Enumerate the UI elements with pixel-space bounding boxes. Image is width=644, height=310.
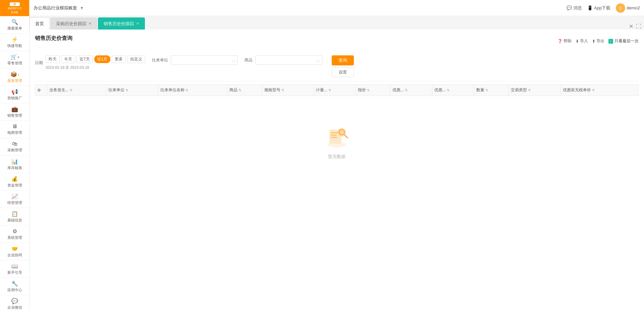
- sidebar-item-14[interactable]: 📖 新手引导: [0, 260, 29, 278]
- col-partner_code[interactable]: 往来单位⇅: [106, 85, 158, 96]
- sidebar-item-0[interactable]: 🔍 搜索菜单: [0, 16, 29, 34]
- partner-input[interactable]: ...: [171, 55, 238, 65]
- sidebar-icon-0: 🔍: [11, 19, 18, 25]
- query-button[interactable]: 查询: [332, 55, 354, 65]
- sidebar-label-6: 电商管理: [7, 130, 22, 135]
- only-last-checkbox[interactable]: 只看最后一次: [608, 38, 639, 44]
- tab-home[interactable]: 首页: [30, 17, 50, 30]
- col-label-trade_type: 交易类型: [511, 88, 527, 92]
- sort-arrow-goods: ⇅: [238, 88, 241, 92]
- sidebar-label-12: 系统管理: [7, 235, 22, 240]
- sidebar-label-11: 基础信息: [7, 218, 22, 223]
- tab-sales-history[interactable]: 销售历史价跟踪 ✕: [98, 17, 145, 30]
- sidebar-icon-6: 🖥: [12, 123, 17, 130]
- sidebar-arrow-3: ▴: [18, 73, 19, 76]
- user-label: demo2: [627, 5, 640, 10]
- tab-sales-label: 销售历史价跟踪: [104, 21, 134, 27]
- sidebar-item-3[interactable]: 📦 ▴ 批发管理: [0, 68, 29, 86]
- user-action[interactable]: D demo2: [616, 3, 640, 13]
- sidebar-item-6[interactable]: 🖥 电商管理: [0, 121, 29, 138]
- table-settings-col[interactable]: ⚙: [35, 85, 47, 96]
- col-partner_name[interactable]: 往来单位名称⇅: [158, 85, 227, 96]
- help-action[interactable]: ❓ 帮助: [557, 38, 572, 44]
- sidebar-item-2[interactable]: 🛒 ▾ 零售管理: [0, 51, 29, 68]
- sidebar-icon-7: 🛍: [12, 141, 17, 147]
- col-discount2[interactable]: 优惠...⇅: [432, 85, 474, 96]
- tab-purchase-history[interactable]: 采购历史价跟踪 ✕: [50, 17, 97, 30]
- date-btn-昨天[interactable]: 昨天: [46, 55, 60, 63]
- date-btn-近7天[interactable]: 近7天: [76, 55, 93, 63]
- sidebar-item-16[interactable]: 💬 企业微信: [0, 295, 29, 310]
- avatar: D: [616, 3, 625, 13]
- sidebar-item-4[interactable]: 📢 营销推广: [0, 86, 29, 103]
- export-action[interactable]: ⬆ 导出: [592, 38, 604, 44]
- message-action[interactable]: 💬 消息: [567, 5, 582, 11]
- sidebar-item-15[interactable]: 🔧 应用中心: [0, 278, 29, 295]
- sidebar-item-10[interactable]: 📈 经营管理: [0, 191, 29, 208]
- col-qty[interactable]: 数量⇅: [474, 85, 508, 96]
- sidebar-item-8[interactable]: 📊 库存核算: [0, 156, 29, 173]
- close-tab-btn[interactable]: ✕: [629, 23, 633, 30]
- col-label-pretax_price: 优惠前无税单价: [563, 88, 591, 92]
- sort-arrow-trade_type: ⇅: [528, 88, 531, 92]
- col-unit[interactable]: 计量...⇅: [314, 85, 356, 96]
- empty-state: 暂无数据: [35, 96, 639, 187]
- topbar: 办公用品行业模拟账套 ▼ 💬 消息 📱 App下载 D demo2: [30, 0, 644, 16]
- svg-line-6: [344, 135, 347, 138]
- col-goods[interactable]: 商品⇅: [227, 85, 262, 96]
- maximize-tab-btn[interactable]: ⛶: [636, 23, 641, 30]
- setting-button[interactable]: 设置: [332, 67, 354, 77]
- tab-purchase-label: 采购历史价跟踪: [56, 21, 87, 27]
- date-btn-今天[interactable]: 今天: [61, 55, 75, 63]
- page-header-row: 销售历史价查询 ❓ 帮助 ⬇ 导入 ⬆ 导出 只看最后一次: [35, 35, 639, 47]
- tab-purchase-close[interactable]: ✕: [89, 21, 92, 26]
- import-label: 导入: [580, 38, 588, 44]
- table-container: ⚙业务发生...⇅往来单位⇅往来单位名称⇅商品⇅规格型号⇅计量...⇅报价⇅优惠…: [35, 84, 639, 96]
- sidebar-label-4: 营销推广: [7, 96, 22, 101]
- col-spec[interactable]: 规格型号⇅: [262, 85, 314, 96]
- date-filter-section: 日期 昨天今天近7天近1月更多自定义 2023-02-18 至 2023-03-…: [35, 55, 145, 70]
- sidebar-item-5[interactable]: 💼 销售管理: [0, 103, 29, 121]
- sidebar-item-12[interactable]: ⚙ 系统管理: [0, 225, 29, 243]
- sidebar-label-0: 搜索菜单: [7, 26, 22, 31]
- sidebar-item-9[interactable]: 💰 资金管理: [0, 173, 29, 191]
- date-btn-更多[interactable]: 更多: [112, 55, 126, 63]
- sort-arrow-partner_code: ⇅: [125, 88, 128, 92]
- tab-sales-close[interactable]: ✕: [136, 21, 139, 26]
- sidebar-item-1[interactable]: ⚡ 快捷导航: [0, 34, 29, 51]
- logo-icon: 好: [10, 2, 20, 6]
- col-trade_type[interactable]: 交易类型⇅: [508, 85, 560, 96]
- gear-icon: ⚙: [37, 88, 41, 93]
- top-dropdown[interactable]: ▼: [80, 6, 84, 10]
- topbar-left: 办公用品行业模拟账套 ▼: [34, 5, 84, 11]
- empty-icon: [323, 123, 350, 150]
- col-quoted_price[interactable]: 报价⇅: [356, 85, 390, 96]
- date-filter-label: 日期: [35, 60, 43, 66]
- date-range-text: 2023-02-18 至 2023-03-18: [46, 65, 145, 70]
- partner-value: [174, 57, 178, 63]
- col-pretax_price[interactable]: 优惠前无税单价⇅: [560, 85, 638, 96]
- goods-input[interactable]: ...: [255, 55, 322, 65]
- page-title: 销售历史价查询: [35, 35, 72, 42]
- sidebar-item-7[interactable]: 🛍 采购管理: [0, 138, 29, 156]
- sidebar-icon-16: 💬: [11, 298, 18, 304]
- sidebar-item-13[interactable]: 🤝 企业协同: [0, 243, 29, 260]
- sidebar-icon-12: ⚙: [12, 228, 17, 235]
- svg-rect-4: [331, 137, 337, 138]
- app-download-action[interactable]: 📱 App下载: [587, 5, 610, 11]
- col-label-quoted_price: 报价: [358, 88, 366, 92]
- import-action[interactable]: ⬇ 导入: [576, 38, 588, 44]
- sidebar-label-15: 应用中心: [7, 288, 22, 293]
- sidebar-label-9: 资金管理: [7, 183, 22, 188]
- logo-subtext: 标准版: [11, 11, 18, 14]
- sidebar-icon-2: 🛒: [10, 54, 17, 60]
- col-discount1[interactable]: 优惠...⇅: [390, 85, 432, 96]
- sidebar-icon-15: 🔧: [11, 280, 18, 287]
- top-title: 办公用品行业模拟账套: [34, 5, 77, 11]
- sidebar-icon-14: 📖: [11, 263, 18, 269]
- date-btn-自定义[interactable]: 自定义: [127, 55, 145, 63]
- export-label: 导出: [596, 38, 604, 44]
- col-biz_date[interactable]: 业务发生...⇅: [47, 85, 106, 96]
- sidebar-item-11[interactable]: 📋 基础信息: [0, 208, 29, 225]
- date-btn-近1月[interactable]: 近1月: [94, 55, 111, 63]
